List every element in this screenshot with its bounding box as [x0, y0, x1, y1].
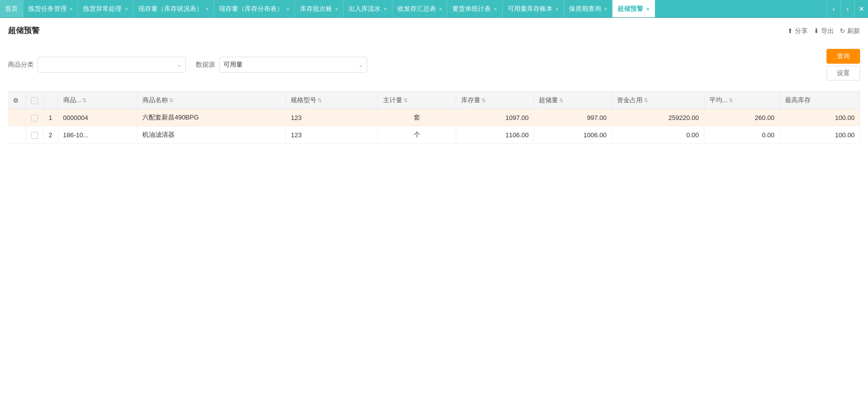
share-button[interactable]: ⬆ 分享: [787, 27, 808, 36]
col-index: [43, 92, 58, 109]
nav-item-label: 拣货异常处理: [83, 4, 122, 13]
nav-close-icon[interactable]: ×: [556, 6, 559, 12]
row-product-code: 0000004: [58, 109, 137, 126]
category-filter: 商品分类 ⌄: [8, 57, 186, 73]
select-all-checkbox[interactable]: [31, 97, 38, 104]
nav-close-icon[interactable]: ×: [335, 6, 338, 12]
row-max-stock: 100.00: [780, 109, 860, 126]
row-product-code: 186-10...: [58, 126, 137, 144]
main-content: 超储预警 ⬆ 分享 ⬇ 导出 ↻ 刷新 商品分类 ⌄ 数据源: [0, 18, 868, 395]
nav-item[interactable]: 拣货任务管理×: [23, 0, 78, 18]
nav-item[interactable]: 要货单统计表×: [447, 0, 502, 18]
page-title: 超储预警: [8, 26, 40, 36]
nav-close-icon[interactable]: ×: [70, 6, 73, 12]
category-select[interactable]: ⌄: [38, 57, 186, 73]
row-gear[interactable]: [8, 126, 26, 144]
datasource-select-value: 可用量: [223, 60, 243, 69]
table-row: 2 186-10... 机油滤清器 123 个 1106.00 1006.00 …: [8, 126, 860, 144]
export-icon: ⬇: [814, 27, 819, 35]
datasource-dropdown-icon: ⌄: [358, 62, 363, 68]
settings-button[interactable]: 设置: [826, 66, 860, 80]
filter-area: 商品分类 ⌄ 数据源 可用量 ⌄ 查询 设置: [8, 44, 860, 85]
nav-close-icon[interactable]: ×: [439, 6, 442, 12]
row-capital: 0.00: [612, 126, 704, 144]
row-index: 1: [43, 109, 58, 126]
col-gear[interactable]: ⚙: [8, 92, 26, 109]
row-unit: 个: [378, 126, 456, 144]
nav-item-label: 拣货任务管理: [28, 4, 67, 13]
nav-close-icon[interactable]: ×: [384, 6, 387, 12]
row-stock: 1106.00: [456, 126, 534, 144]
nav-close-icon[interactable]: ×: [604, 6, 607, 12]
col-stock[interactable]: 库存量⇅: [456, 92, 534, 109]
row-gear[interactable]: [8, 109, 26, 126]
nav-item-label: 首页: [5, 4, 18, 13]
row-product-name: 机油滤清器: [137, 126, 286, 144]
datasource-filter: 数据源 可用量 ⌄: [196, 57, 367, 73]
col-spec[interactable]: 规格型号⇅: [286, 92, 378, 109]
nav-item-label: 现存量（库存分布表）: [219, 4, 283, 13]
nav-next-button[interactable]: ›: [840, 0, 854, 18]
nav-item[interactable]: 现存量（库存状况表）×: [133, 0, 214, 18]
data-table: ⚙ 商品...⇅ 商品名称⇅ 规格型号⇅ 主计量⇅ 库存量⇅ 超储量⇅ 资金占用…: [8, 91, 860, 144]
row-avg: 0.00: [704, 126, 780, 144]
nav-item-label: 保质期查询: [569, 4, 601, 13]
filter-buttons: 查询 设置: [826, 49, 860, 80]
col-max-stock[interactable]: 最高库存: [780, 92, 860, 109]
nav-item[interactable]: 可用量库存账本×: [503, 0, 564, 18]
col-product-code[interactable]: 商品...⇅: [58, 92, 137, 109]
row-index: 2: [43, 126, 58, 144]
nav-item-label: 库存批次账: [300, 4, 332, 13]
table-header-row: ⚙ 商品...⇅ 商品名称⇅ 规格型号⇅ 主计量⇅ 库存量⇅ 超储量⇅ 资金占用…: [8, 92, 860, 109]
row-checkbox[interactable]: [31, 132, 38, 139]
nav-item[interactable]: 首页: [0, 0, 23, 18]
datasource-label: 数据源: [196, 60, 215, 69]
col-unit[interactable]: 主计量⇅: [378, 92, 456, 109]
nav-close-button[interactable]: ✕: [854, 0, 868, 18]
nav-item[interactable]: 拣货异常处理×: [78, 0, 133, 18]
category-label: 商品分类: [8, 60, 34, 69]
row-spec: 123: [286, 109, 378, 126]
col-product-name[interactable]: 商品名称⇅: [137, 92, 286, 109]
row-checkbox[interactable]: [31, 115, 38, 121]
nav-item-label: 可用量库存账本: [508, 4, 553, 13]
nav-item[interactable]: 超储预警×: [612, 0, 654, 18]
header-actions: ⬆ 分享 ⬇ 导出 ↻ 刷新: [787, 27, 860, 36]
nav-close-icon[interactable]: ×: [494, 6, 497, 12]
table-row: 1 0000004 六配套新昌490BPG 123 套 1097.00 997.…: [8, 109, 860, 126]
row-spec: 123: [286, 126, 378, 144]
nav-item[interactable]: 收发存汇总表×: [392, 0, 447, 18]
row-capital: 259220.00: [612, 109, 704, 126]
query-button[interactable]: 查询: [826, 49, 860, 64]
col-capital[interactable]: 资金占用⇅: [612, 92, 704, 109]
nav-item-label: 收发存汇总表: [397, 4, 436, 13]
nav-item[interactable]: 库存批次账×: [295, 0, 344, 18]
nav-item[interactable]: 出入库流水×: [344, 0, 392, 18]
datasource-select[interactable]: 可用量 ⌄: [219, 57, 367, 73]
nav-close-icon[interactable]: ×: [286, 6, 289, 12]
nav-prev-button[interactable]: ‹: [826, 0, 840, 18]
refresh-button[interactable]: ↻ 刷新: [840, 27, 860, 36]
export-button[interactable]: ⬇ 导出: [814, 27, 834, 36]
row-overflow: 997.00: [534, 109, 612, 126]
row-product-name: 六配套新昌490BPG: [137, 109, 286, 126]
nav-close-icon[interactable]: ×: [206, 6, 209, 12]
page-header: 超储预警 ⬆ 分享 ⬇ 导出 ↻ 刷新: [8, 26, 860, 36]
row-avg: 260.00: [704, 109, 780, 126]
refresh-icon: ↻: [840, 27, 845, 35]
row-overflow: 1006.00: [534, 126, 612, 144]
nav-item-label: 要货单统计表: [452, 4, 491, 13]
nav-item-label: 出入库流水: [348, 4, 381, 13]
row-checkbox-cell: [26, 126, 43, 144]
category-dropdown-icon: ⌄: [177, 62, 181, 68]
nav-item[interactable]: 现存量（库存分布表）×: [214, 0, 295, 18]
col-checkbox: [26, 92, 43, 109]
nav-item[interactable]: 保质期查询×: [564, 0, 612, 18]
col-avg[interactable]: 平均...⇅: [704, 92, 780, 109]
col-overflow[interactable]: 超储量⇅: [534, 92, 612, 109]
nav-close-icon[interactable]: ×: [646, 6, 649, 12]
nav-bar: 首页拣货任务管理×拣货异常处理×现存量（库存状况表）×现存量（库存分布表）×库存…: [0, 0, 868, 18]
nav-item-label: 超储预警: [617, 4, 643, 13]
nav-close-icon[interactable]: ×: [125, 6, 128, 12]
row-unit: 套: [378, 109, 456, 126]
